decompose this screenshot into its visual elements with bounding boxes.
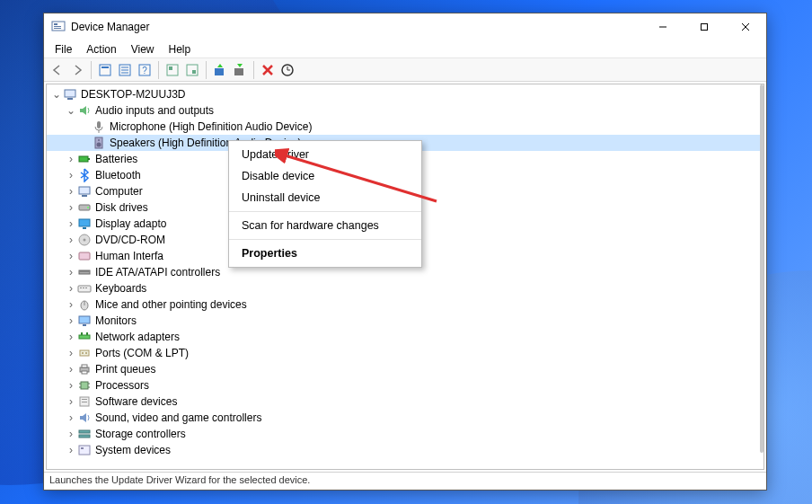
toolbar-button[interactable] <box>182 60 202 80</box>
mouse-icon <box>77 297 92 312</box>
tree-label: DESKTOP-M2UUJ3D <box>81 86 185 102</box>
battery-icon <box>77 152 92 166</box>
menu-help[interactable]: Help <box>162 41 199 57</box>
forward-button[interactable] <box>67 60 87 80</box>
scan-hardware-button[interactable] <box>278 60 297 80</box>
display-icon <box>77 217 92 231</box>
tree-category-monitors[interactable]: ›Monitors <box>47 313 760 329</box>
uninstall-device-button[interactable] <box>258 60 278 80</box>
tree-category-software[interactable]: ›Software devices <box>47 393 760 410</box>
expand-icon[interactable]: › <box>65 216 77 232</box>
minimize-button[interactable] <box>642 13 684 40</box>
tree-category-keyboards[interactable]: ›Keyboards <box>47 280 760 296</box>
menu-disable-device[interactable]: Disable device <box>229 165 421 187</box>
tree-root[interactable]: ⌄ DESKTOP-M2UUJ3D <box>47 86 760 102</box>
menu-action[interactable]: Action <box>79 41 123 57</box>
software-icon <box>77 394 92 409</box>
expand-icon[interactable]: › <box>65 329 77 345</box>
menubar: File Action View Help <box>44 40 766 58</box>
scrollbar[interactable] <box>760 84 763 453</box>
expand-icon[interactable]: › <box>65 264 77 280</box>
monitor-icon <box>77 314 92 328</box>
expand-icon[interactable]: › <box>65 393 77 410</box>
expand-icon[interactable]: › <box>65 410 77 426</box>
update-driver-button[interactable] <box>210 60 230 80</box>
expand-icon[interactable]: › <box>65 167 77 183</box>
computer-icon <box>63 87 77 102</box>
svg-rect-34 <box>79 187 90 194</box>
svg-rect-47 <box>83 287 84 288</box>
tree-category-storage[interactable]: ›Storage controllers <box>47 426 760 442</box>
back-button[interactable] <box>48 60 67 80</box>
svg-rect-3 <box>54 28 61 29</box>
menu-scan-hardware[interactable]: Scan for hardware changes <box>229 215 421 236</box>
svg-rect-70 <box>79 430 90 433</box>
svg-rect-33 <box>88 158 90 160</box>
expand-icon[interactable]: › <box>65 151 77 167</box>
svg-rect-2 <box>54 26 61 27</box>
tree-label: Print queues <box>95 361 155 377</box>
svg-rect-48 <box>85 287 87 288</box>
printer-icon <box>77 362 92 376</box>
collapse-icon[interactable]: ⌄ <box>65 102 77 119</box>
collapse-icon[interactable]: ⌄ <box>50 86 63 102</box>
storage-icon <box>77 427 92 441</box>
expand-icon[interactable]: › <box>65 199 77 216</box>
toolbar-button[interactable] <box>163 60 182 80</box>
expand-icon[interactable]: › <box>65 361 77 377</box>
svg-rect-54 <box>81 332 83 335</box>
tree-category-ports[interactable]: ›Ports (COM & LPT) <box>47 345 760 361</box>
expand-icon[interactable]: › <box>65 296 77 313</box>
menu-properties[interactable]: Properties <box>229 243 421 264</box>
system-icon <box>77 443 92 457</box>
properties-button[interactable] <box>115 60 135 80</box>
menu-view[interactable]: View <box>124 41 162 57</box>
tree-category-sound[interactable]: ›Sound, video and game controllers <box>47 410 760 426</box>
tree-label: Display adapto <box>95 216 166 232</box>
expand-icon[interactable]: › <box>65 183 77 199</box>
svg-rect-60 <box>82 365 87 367</box>
menu-separator <box>229 211 421 212</box>
disable-device-button[interactable] <box>230 60 250 80</box>
svg-point-31 <box>98 139 100 141</box>
expand-icon[interactable]: › <box>65 426 77 442</box>
tree-label: Sound, video and game controllers <box>95 410 261 426</box>
tree-category-mice[interactable]: ›Mice and other pointing devices <box>47 296 760 313</box>
expand-icon[interactable]: › <box>65 280 77 296</box>
menu-file[interactable]: File <box>48 41 79 57</box>
titlebar[interactable]: Device Manager <box>44 13 766 40</box>
svg-rect-62 <box>81 382 88 389</box>
window-title: Device Manager <box>71 21 149 33</box>
expand-icon[interactable]: › <box>65 232 77 248</box>
expand-icon[interactable]: › <box>65 377 77 393</box>
tree-category-print[interactable]: ›Print queues <box>47 361 760 377</box>
svg-rect-52 <box>83 324 86 326</box>
keyboard-icon <box>77 281 92 296</box>
svg-rect-35 <box>82 195 87 197</box>
tree-device-microphone[interactable]: Microphone (High Definition Audio Device… <box>47 119 760 135</box>
cpu-icon <box>77 378 92 393</box>
close-button[interactable] <box>725 13 766 40</box>
tree-category-processors[interactable]: ›Processors <box>47 377 760 393</box>
tree-label: Batteries <box>95 151 137 167</box>
svg-rect-68 <box>82 399 87 400</box>
tree-category-network[interactable]: ›Network adapters <box>47 329 760 345</box>
svg-rect-38 <box>79 219 90 226</box>
help-button[interactable]: ? <box>135 60 154 80</box>
svg-rect-53 <box>79 335 90 339</box>
toolbar-separator <box>253 61 254 79</box>
expand-icon[interactable]: › <box>65 248 77 264</box>
menu-update-driver[interactable]: Update driver <box>229 144 421 165</box>
menu-uninstall-device[interactable]: Uninstall device <box>229 187 421 208</box>
expand-icon[interactable]: › <box>65 442 77 458</box>
tree-category-system[interactable]: ›System devices <box>47 442 760 458</box>
svg-rect-42 <box>79 252 90 260</box>
show-all-button[interactable] <box>95 60 115 80</box>
expand-icon[interactable]: › <box>65 313 77 329</box>
svg-point-30 <box>97 143 102 147</box>
toolbar-separator <box>91 61 92 79</box>
expand-icon[interactable]: › <box>65 345 77 361</box>
svg-rect-72 <box>79 446 90 455</box>
tree-category-audio[interactable]: ⌄ Audio inputs and outputs <box>47 102 760 119</box>
maximize-button[interactable] <box>684 13 725 40</box>
